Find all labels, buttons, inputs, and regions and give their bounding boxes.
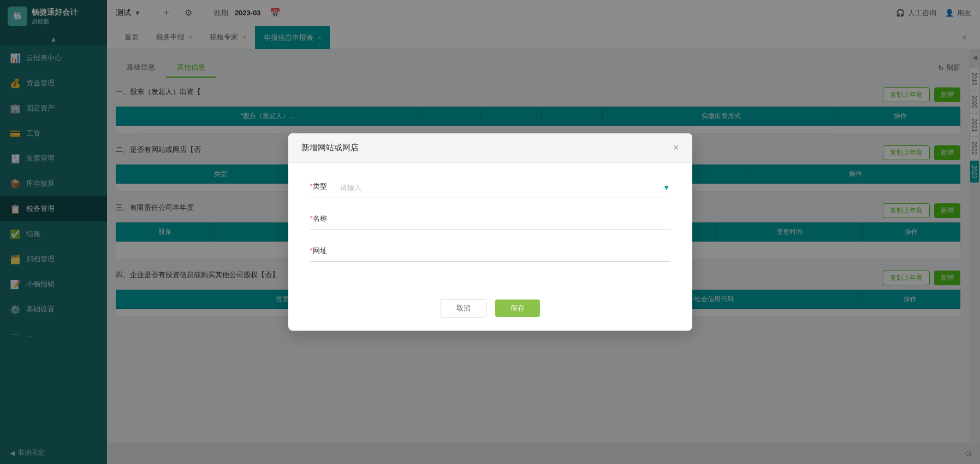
modal-close-icon[interactable]: × <box>673 142 679 154</box>
name-label: *名称 <box>310 214 327 224</box>
type-label: *类型 <box>310 181 327 191</box>
name-required-mark: * <box>310 214 313 222</box>
url-input[interactable] <box>340 248 670 256</box>
type-required-mark: * <box>310 182 313 190</box>
url-required-mark: * <box>310 246 313 255</box>
name-input[interactable] <box>340 216 670 224</box>
type-dropdown-icon[interactable]: ▼ <box>663 183 670 192</box>
url-input-wrapper: *网址 <box>310 243 670 262</box>
modal-footer: 取消 保存 <box>288 290 692 331</box>
modal-body: *类型 ▼ *名称 <box>288 163 692 290</box>
type-input[interactable] <box>340 184 663 192</box>
modal-title: 新增网站或网店 <box>301 143 359 153</box>
type-input-wrapper: *类型 ▼ <box>310 178 670 197</box>
form-row-url: *网址 <box>310 243 670 262</box>
form-row-type: *类型 ▼ <box>310 178 670 197</box>
form-row-name: *名称 <box>310 210 670 230</box>
modal-add-website: 新增网站或网店 × *类型 ▼ *名称 <box>288 133 692 331</box>
modal-header: 新增网站或网店 × <box>288 133 692 163</box>
url-label: *网址 <box>310 246 327 256</box>
cancel-button[interactable]: 取消 <box>441 299 486 318</box>
save-button[interactable]: 保存 <box>495 299 540 317</box>
name-input-wrapper: *名称 <box>310 210 670 230</box>
modal-overlay[interactable]: 新增网站或网店 × *类型 ▼ *名称 <box>0 0 980 464</box>
